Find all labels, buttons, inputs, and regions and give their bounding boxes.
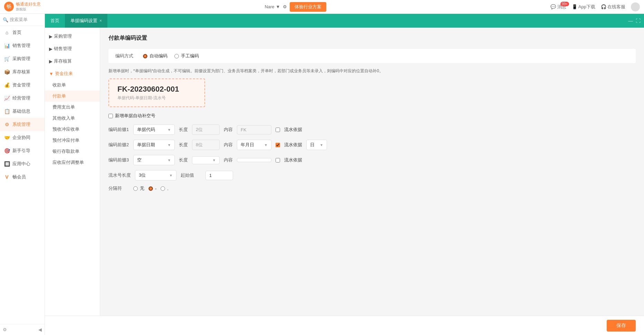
message-button[interactable]: 💬 消息 99+ <box>550 4 566 10</box>
start-value-input[interactable]: 1 <box>205 171 233 180</box>
prefix1-label: 编码前缀1 <box>108 127 129 133</box>
trial-button[interactable]: 体验行业方案 <box>290 2 326 12</box>
auto-encoding-radio[interactable]: 自动编码 <box>143 53 167 59</box>
sidebar-item-enterprise[interactable]: 🤝 企业协同 <box>0 131 45 144</box>
online-service-button[interactable]: 🎧 在线客服 <box>601 4 625 10</box>
sub-menu-item-income[interactable]: 其他收入单 <box>45 113 100 124</box>
guide-icon: 🎯 <box>4 148 10 153</box>
start-value: 1 <box>209 173 212 178</box>
prefix1-length-input: 2位 <box>192 124 220 135</box>
window-maximize-icon[interactable]: ⛶ <box>636 18 641 24</box>
page-content: 付款单编码设置 编码方式 自动编码 手工编码 新增单据时，*单据编码*自动生成，… <box>100 28 644 316</box>
app-label: App下载 <box>578 4 595 10</box>
sub-menu-header-sales[interactable]: ▶ 销售管理 <box>45 43 100 55</box>
prefix2-length-value: 8位 <box>196 142 203 147</box>
manual-encoding-input[interactable] <box>174 54 179 58</box>
prefix2-value: 单据日期 <box>137 142 155 148</box>
main-area: 首页 单据编码设置 × — ⛶ ▶ 采购管理 ▶ 销售管理 <box>45 14 644 335</box>
prefix1-length-value: 2位 <box>196 127 203 132</box>
sidebar-item-home[interactable]: ⌂ 首页 <box>0 26 45 39</box>
tab-home[interactable]: 首页 <box>45 14 65 28</box>
prefix3-arrow: ▼ <box>167 158 171 162</box>
prefix2-serial-unit-select[interactable]: 日 ▼ <box>306 140 327 150</box>
sidebar-item-apps[interactable]: 🔲 应用中心 <box>0 157 45 170</box>
sub-menu-item-bank-deposit[interactable]: 银行存取款单 <box>45 146 100 157</box>
sub-menu-item-prepay-receipt[interactable]: 预收冲应收单 <box>45 124 100 135</box>
separator-dash-input[interactable] <box>148 186 153 191</box>
prefix3-content-input[interactable] <box>237 158 271 162</box>
sub-menu-header-purchase[interactable]: ▶ 采购管理 <box>45 30 100 42</box>
prefix3-select[interactable]: 空 ▼ <box>133 155 175 165</box>
footer-settings-icon[interactable]: ⚙ <box>3 327 7 332</box>
sidebar-item-basic[interactable]: 📋 基础信息 <box>0 105 45 118</box>
prefix1-serial-checkbox[interactable] <box>276 128 280 132</box>
logo-icon: 畅 <box>4 2 14 11</box>
sub-menu-header-capital[interactable]: ▼ 资金往来 <box>45 68 100 80</box>
sub-menu-item-expense[interactable]: 费用支出单 <box>45 102 100 113</box>
tab-encoding-settings[interactable]: 单据编码设置 × <box>65 14 107 28</box>
sub-menu-item-label: 银行存取款单 <box>52 149 79 154</box>
auto-fill-label: 新增单据自动补空号 <box>115 113 155 119</box>
user-avatar[interactable] <box>631 2 640 11</box>
prefix2-content-select[interactable]: 年月日 ▼ <box>237 140 271 150</box>
prefix3-length-select[interactable]: ▼ <box>192 156 220 164</box>
code-example-box: FK-20230602-001 单据代码-单据日期-流水号 <box>108 78 205 107</box>
serial-length-select[interactable]: 3位 ▼ <box>135 170 176 180</box>
sidebar-item-label: 新手引导 <box>12 148 30 154</box>
prefix1-arrow: ▼ <box>167 128 171 132</box>
sub-menu-header-inventory[interactable]: ▶ 库存核算 <box>45 55 100 67</box>
auto-fill-checkbox[interactable] <box>108 114 113 118</box>
sub-sidebar: ▶ 采购管理 ▶ 销售管理 ▶ 库存核算 ▼ 资金往来 <box>45 28 100 316</box>
sidebar-item-member[interactable]: V 畅会员 <box>0 170 45 184</box>
home-icon: ⌂ <box>4 30 10 35</box>
prefix2-select[interactable]: 单据日期 ▼ <box>133 140 175 150</box>
sidebar-item-label: 基础信息 <box>12 108 30 114</box>
prefix3-serial-checkbox[interactable] <box>276 158 280 162</box>
sub-menu-item-prepay-payment[interactable]: 预付冲应付单 <box>45 135 100 146</box>
window-minimize-icon[interactable]: — <box>628 18 633 24</box>
sidebar-item-purchase[interactable]: 🛒 采购管理 <box>0 52 45 65</box>
sidebar-item-sales[interactable]: 📊 销售管理 <box>0 39 45 52</box>
separator-dot-radio[interactable]: . <box>161 186 169 191</box>
serial-length-arrow: ▼ <box>169 174 173 177</box>
prefix2-length-input: 8位 <box>192 140 220 150</box>
purchase-icon: 🛒 <box>4 56 10 62</box>
separator-none-radio[interactable]: 无 <box>133 185 144 192</box>
app-icon: 📱 <box>572 4 577 9</box>
sidebar-item-capital[interactable]: 💰 资金管理 <box>0 78 45 92</box>
sidebar-item-system[interactable]: ⚙ 系统管理 <box>0 118 45 131</box>
sub-menu-item-label: 预收冲应收单 <box>52 127 79 132</box>
prefix2-serial-unit-value: 日 <box>310 142 315 148</box>
settings-icon[interactable]: ⚙ <box>283 4 287 9</box>
prefix2-arrow: ▼ <box>167 143 171 147</box>
search-icon: 🔍 <box>3 17 8 22</box>
sub-menu-group-sales: ▶ 销售管理 <box>45 43 100 55</box>
prefix3-length-arrow: ▼ <box>212 158 216 162</box>
separator-dot-input[interactable] <box>161 186 165 191</box>
footer-collapse-icon[interactable]: ◀ <box>38 327 42 332</box>
sub-menu-item-label: 应收应付调整单 <box>52 160 84 165</box>
auto-encoding-input[interactable] <box>143 54 147 58</box>
manual-encoding-radio[interactable]: 手工编码 <box>174 53 199 59</box>
sidebar: 🔍 搜索菜单 ⌂ 首页 📊 销售管理 🛒 采购管理 📦 库存核算 💰 资金管理 … <box>0 14 45 335</box>
sidebar-item-inventory[interactable]: 📦 库存核算 <box>0 65 45 78</box>
separator-dash-radio[interactable]: - <box>148 186 156 191</box>
separator-none-input[interactable] <box>133 186 138 191</box>
sub-menu-item-receipt[interactable]: 收款单 <box>45 80 100 91</box>
sidebar-item-label: 资金管理 <box>12 82 30 88</box>
nav-dropdown[interactable]: Nare ▼ <box>265 4 280 9</box>
sidebar-item-operation[interactable]: 📈 经营管理 <box>0 92 45 105</box>
prefix1-select[interactable]: 单据代码 ▼ <box>133 124 175 135</box>
auto-fill-row: 新增单据自动补空号 <box>108 113 636 119</box>
tab-close-icon[interactable]: × <box>99 18 102 23</box>
sub-menu-item-payment[interactable]: 付款单 <box>45 91 100 102</box>
sub-menu-item-adjustment[interactable]: 应收应付调整单 <box>45 157 100 168</box>
sub-menu-arrow-purchase: ▶ <box>49 34 52 39</box>
save-button[interactable]: 保存 <box>607 320 636 332</box>
prefix2-content-label: 内容 <box>224 142 233 148</box>
sub-menu-item-label: 付款单 <box>52 93 66 99</box>
prefix2-serial-checkbox[interactable] <box>276 143 280 147</box>
sidebar-item-guide[interactable]: 🎯 新手引导 <box>0 144 45 157</box>
app-download-button[interactable]: 📱 App下载 <box>572 4 595 10</box>
search-menu[interactable]: 🔍 搜索菜单 <box>0 14 45 26</box>
